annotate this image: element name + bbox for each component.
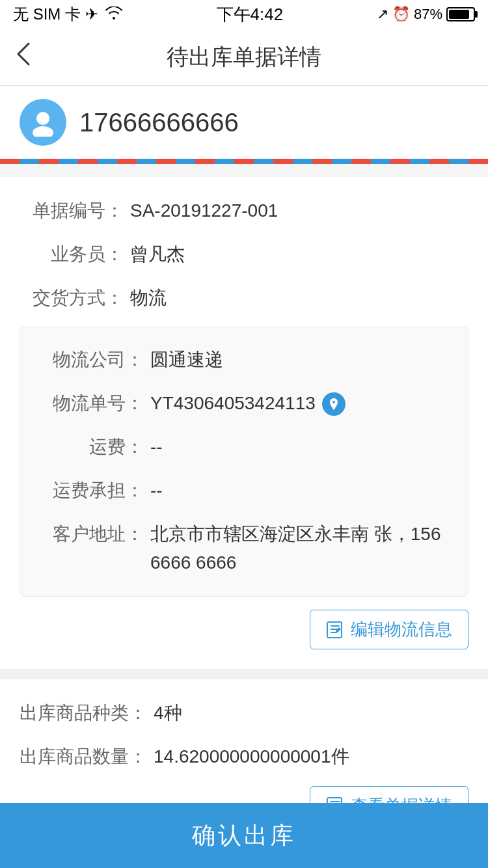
logistics-company-label: 物流公司： xyxy=(40,346,144,375)
avatar xyxy=(20,99,66,146)
gray-separator xyxy=(0,669,488,679)
freight-bearer-row: 运费承担： -- xyxy=(40,476,448,506)
salesperson-row: 业务员： 曾凡杰 xyxy=(20,240,468,269)
salesperson-label: 业务员： xyxy=(20,240,124,269)
goods-quantity-value: 14.620000000000001件 xyxy=(147,742,468,772)
status-left: 无 SIM 卡 ✈ xyxy=(13,4,123,25)
back-button[interactable] xyxy=(16,41,31,73)
goods-types-label: 出库商品种类： xyxy=(20,699,147,728)
edit-btn-row: 编辑物流信息 xyxy=(20,610,468,649)
wifi-icon xyxy=(105,5,123,23)
freight-label: 运费： xyxy=(40,433,144,462)
confirm-button[interactable]: 确认出库 xyxy=(0,803,488,868)
status-bar: 无 SIM 卡 ✈ 下午4:42 ↗ ⏰ 87% xyxy=(0,0,488,29)
user-header: 17666666666 xyxy=(0,86,488,159)
battery-icon xyxy=(446,7,475,21)
edit-logistics-button[interactable]: 编辑物流信息 xyxy=(310,610,468,649)
document-number-value: SA-20191227-001 xyxy=(124,197,468,226)
confirm-button-label: 确认出库 xyxy=(192,820,296,852)
goods-quantity-label: 出库商品数量： xyxy=(20,742,147,772)
edit-logistics-label: 编辑物流信息 xyxy=(351,618,452,641)
delivery-method-label: 交货方式： xyxy=(20,284,124,313)
salesperson-value: 曾凡杰 xyxy=(124,240,468,269)
freight-row: 运费： -- xyxy=(40,433,448,462)
delivery-method-value: 物流 xyxy=(124,284,468,313)
tracking-number-value: YT43064053424113 xyxy=(144,389,448,418)
customer-address-label: 客户地址： xyxy=(40,520,144,549)
logistics-company-row: 物流公司： 圆通速递 xyxy=(40,346,448,375)
freight-bearer-value: -- xyxy=(144,476,448,506)
svg-point-0 xyxy=(36,112,49,125)
status-right: ↗ ⏰ 87% xyxy=(377,6,475,23)
customer-address-row: 客户地址： 北京市市辖区海淀区永丰南 张，156 6666 6666 xyxy=(40,520,448,578)
document-number-row: 单据编号： SA-20191227-001 xyxy=(20,197,468,226)
dashed-divider xyxy=(0,159,488,164)
sim-text: 无 SIM 卡 ✈ xyxy=(13,4,98,25)
tracking-number-label: 物流单号： xyxy=(40,389,144,418)
goods-types-value: 4种 xyxy=(147,699,468,728)
customer-address-value: 北京市市辖区海淀区永丰南 张，156 6666 6666 xyxy=(144,520,448,578)
page-title: 待出库单据详情 xyxy=(167,42,321,72)
freight-bearer-label: 运费承担： xyxy=(40,476,144,506)
tracking-location-icon[interactable] xyxy=(322,392,346,416)
location-arrow-icon: ↗ xyxy=(377,6,388,23)
user-phone: 17666666666 xyxy=(79,108,239,137)
goods-types-row: 出库商品种类： 4种 xyxy=(20,699,468,728)
document-number-label: 单据编号： xyxy=(20,197,124,226)
tracking-number-row: 物流单号： YT43064053424113 xyxy=(40,389,448,418)
battery-percent: 87% xyxy=(414,6,442,23)
alarm-icon: ⏰ xyxy=(392,6,410,23)
status-time: 下午4:42 xyxy=(217,3,284,26)
logistics-card: 物流公司： 圆通速递 物流单号： YT43064053424113 运费： -- xyxy=(20,327,468,597)
order-info-section: 单据编号： SA-20191227-001 业务员： 曾凡杰 交货方式： 物流 … xyxy=(0,177,488,669)
svg-point-1 xyxy=(33,126,53,137)
freight-value: -- xyxy=(144,433,448,462)
logistics-company-value: 圆通速递 xyxy=(144,346,448,375)
nav-bar: 待出库单据详情 xyxy=(0,29,488,86)
goods-quantity-row: 出库商品数量： 14.620000000000001件 xyxy=(20,742,468,772)
delivery-method-row: 交货方式： 物流 xyxy=(20,284,468,313)
